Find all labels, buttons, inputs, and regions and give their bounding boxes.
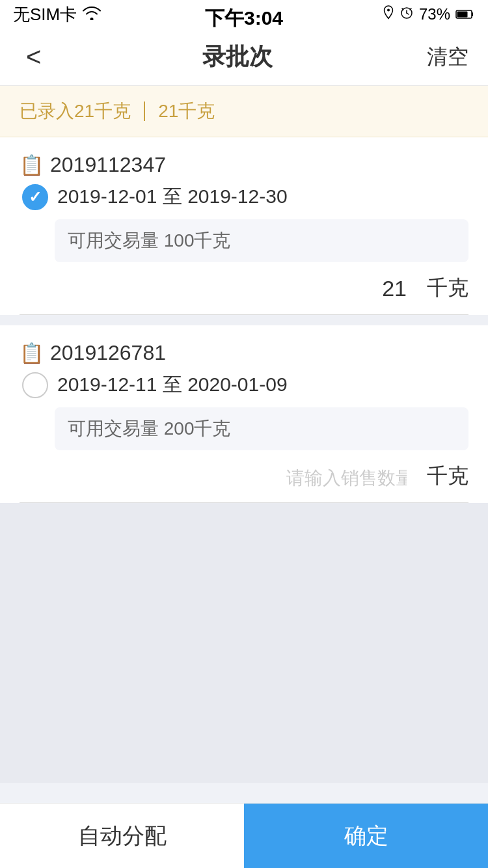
batch-unit-1: 千克 (427, 274, 468, 303)
batch-radio-2[interactable] (22, 372, 48, 398)
svg-point-0 (387, 9, 390, 12)
empty-space (0, 503, 488, 783)
batch-card-2: 📋 2019126781 2019-12-11 至 2020-01-09 可用交… (0, 325, 488, 503)
batch-card-1: 📋 2019112347 2019-12-01 至 2019-12-30 可用交… (0, 137, 488, 315)
batch-header-1: 📋 2019112347 (20, 153, 468, 177)
batch-qty-text-2: 可用交易量 200千克 (68, 418, 231, 439)
alarm-icon (400, 5, 414, 23)
batch-item-1: 📋 2019112347 2019-12-01 至 2019-12-30 可用交… (0, 137, 488, 262)
page-title: 录批次 (202, 41, 273, 73)
batch-qty-row-1: 可用交易量 100千克 (55, 219, 468, 262)
batch-id-icon-2: 📋 (20, 342, 44, 364)
batch-qty-input-2[interactable] (286, 464, 416, 489)
bottom-bar: 自动分配 确定 (0, 803, 488, 868)
recorded-label: 已录入21千克 (20, 99, 131, 124)
recorded-value: 21千克 (158, 99, 215, 124)
batch-id-1: 2019112347 (50, 153, 166, 177)
batch-qty-text-1: 可用交易量 100千克 (68, 230, 231, 251)
banner-divider (144, 102, 145, 121)
batch-id-2: 2019126781 (50, 341, 166, 365)
batch-input-row-2: 千克 (0, 450, 488, 502)
batch-date-row-1: 2019-12-01 至 2019-12-30 (20, 183, 468, 210)
batch-radio-1[interactable] (22, 184, 48, 210)
batch-item-2: 📋 2019126781 2019-12-11 至 2020-01-09 可用交… (0, 325, 488, 450)
status-time: 下午3:04 (205, 5, 283, 32)
nav-bar: < 录批次 清空 (0, 29, 488, 86)
sim-text: 无SIM卡 (13, 3, 77, 26)
status-bar: 无SIM卡 下午3:04 73% (0, 0, 488, 29)
svg-rect-5 (457, 12, 468, 18)
batch-date-2: 2019-12-11 至 2020-01-09 (57, 372, 288, 398)
batch-input-row-1: 千克 (0, 262, 488, 314)
confirm-button[interactable]: 确定 (244, 804, 488, 868)
back-button[interactable]: < (20, 36, 47, 78)
batch-qty-row-2: 可用交易量 200千克 (55, 407, 468, 450)
card-separator (0, 315, 488, 325)
batch-date-1: 2019-12-01 至 2019-12-30 (57, 183, 288, 210)
status-right: 73% (383, 5, 475, 23)
batch-unit-2: 千克 (427, 462, 468, 491)
clear-button[interactable]: 清空 (427, 43, 468, 72)
status-left: 无SIM卡 (13, 3, 102, 26)
svg-line-3 (407, 13, 409, 14)
location-icon (383, 5, 394, 23)
batch-qty-input-1[interactable] (286, 276, 416, 301)
info-banner: 已录入21千克 21千克 (0, 86, 488, 137)
battery-text: 73% (419, 5, 450, 23)
batch-header-2: 📋 2019126781 (20, 341, 468, 365)
auto-distribute-button[interactable]: 自动分配 (0, 804, 244, 868)
batch-id-icon-1: 📋 (20, 154, 44, 176)
battery-icon (455, 5, 475, 23)
wifi-icon (82, 5, 102, 25)
batch-date-row-2: 2019-12-11 至 2020-01-09 (20, 372, 468, 398)
